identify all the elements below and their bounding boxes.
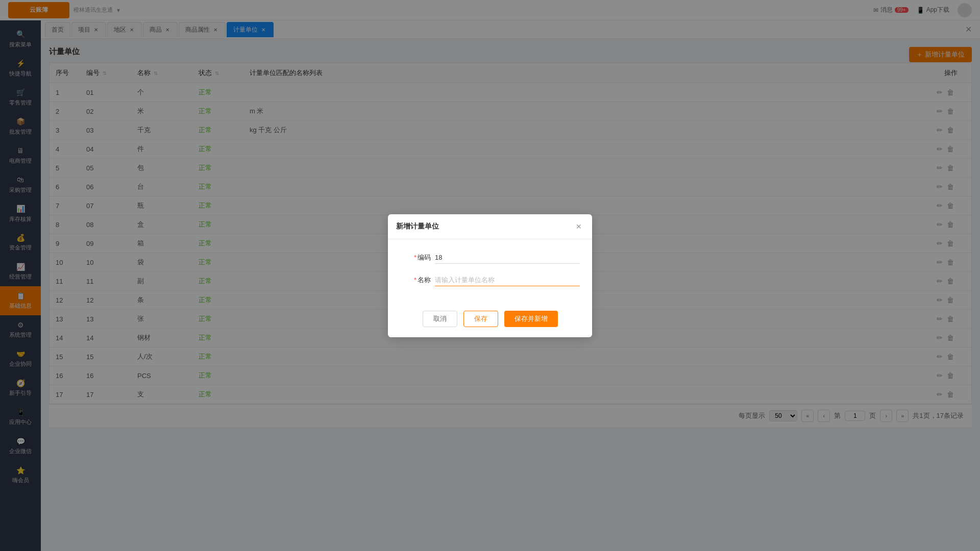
- form-row-code: *编码: [400, 252, 580, 264]
- modal-overlay: 新增计量单位 ✕ *编码 *名称 取消 保存 保存并新增: [0, 0, 980, 551]
- add-unit-modal: 新增计量单位 ✕ *编码 *名称 取消 保存 保存并新增: [388, 214, 592, 337]
- name-input[interactable]: [435, 274, 580, 286]
- save-and-new-button[interactable]: 保存并新增: [504, 311, 558, 327]
- form-row-name: *名称: [400, 274, 580, 286]
- modal-body: *编码 *名称: [388, 239, 592, 305]
- code-label: *编码: [400, 253, 431, 262]
- modal-header: 新增计量单位 ✕: [388, 214, 592, 239]
- save-button[interactable]: 保存: [463, 311, 498, 327]
- name-label: *名称: [400, 276, 431, 285]
- modal-title: 新增计量单位: [396, 222, 439, 231]
- modal-footer: 取消 保存 保存并新增: [388, 305, 592, 337]
- cancel-button[interactable]: 取消: [423, 311, 457, 327]
- modal-close-btn[interactable]: ✕: [574, 221, 584, 232]
- code-input[interactable]: [435, 252, 580, 264]
